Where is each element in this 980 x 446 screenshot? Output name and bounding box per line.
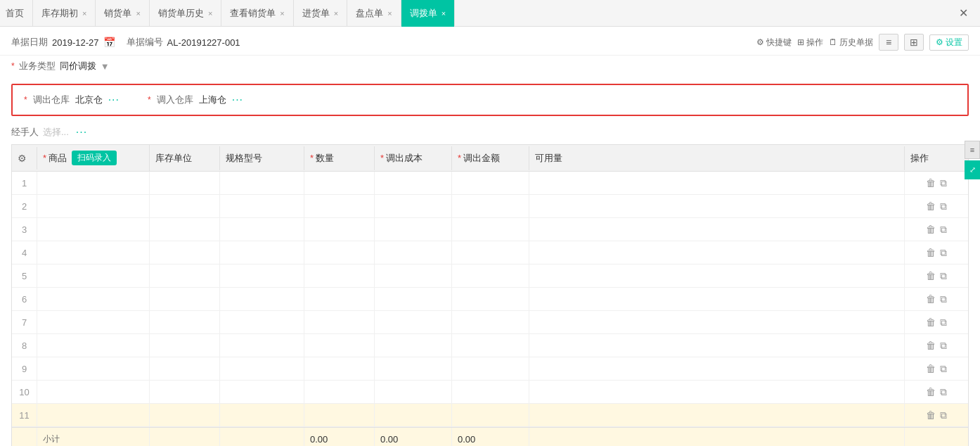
row-3-amount[interactable] — [452, 218, 529, 241]
delete-icon-11[interactable]: 🗑 — [926, 409, 936, 421]
copy-icon-10[interactable]: ⧉ — [940, 386, 947, 398]
copy-icon-1[interactable]: ⧉ — [940, 177, 947, 189]
row-9-qty[interactable] — [304, 357, 375, 380]
row-8-product[interactable] — [37, 334, 150, 357]
copy-icon-3[interactable]: ⧉ — [940, 224, 947, 236]
row-8-qty[interactable] — [304, 334, 375, 357]
row-3-cost[interactable] — [375, 218, 452, 241]
row-9-product[interactable] — [37, 357, 150, 380]
delete-icon-1[interactable]: 🗑 — [926, 177, 936, 189]
row-4-cost[interactable] — [375, 241, 452, 264]
row-11-cost[interactable] — [375, 404, 452, 426]
tab-view-sales[interactable]: 查看销货单 × — [221, 0, 293, 27]
row-5-cost[interactable] — [375, 265, 452, 287]
copy-icon-9[interactable]: ⧉ — [940, 363, 947, 375]
delete-icon-8[interactable]: 🗑 — [926, 340, 936, 351]
row-3-product[interactable] — [37, 218, 150, 241]
tab-close-inventory-init[interactable]: × — [82, 9, 86, 18]
warehouse-in-more[interactable]: ··· — [232, 94, 243, 106]
copy-icon-11[interactable]: ⧉ — [940, 409, 947, 421]
tab-close-transfer[interactable]: × — [441, 9, 446, 18]
row-6-product[interactable] — [37, 288, 150, 310]
row-10-product[interactable] — [37, 381, 150, 403]
warehouse-in-value[interactable]: 上海仓 — [199, 94, 226, 106]
delete-icon-10[interactable]: 🗑 — [926, 386, 936, 397]
row-11-amount[interactable] — [452, 404, 529, 426]
row-11-qty[interactable] — [304, 404, 375, 426]
row-6-cost[interactable] — [375, 288, 452, 310]
row-3-qty[interactable] — [304, 218, 375, 241]
tab-purchase[interactable]: 进货单 × — [294, 0, 347, 27]
scan-input-button[interactable]: 扫码录入 — [72, 151, 117, 165]
manager-more[interactable]: ··· — [76, 126, 87, 139]
business-dropdown-arrow[interactable]: ▼ — [101, 61, 110, 72]
row-10-qty[interactable] — [304, 381, 375, 403]
row-7-amount[interactable] — [452, 311, 529, 333]
float-list-button[interactable]: ≡ — [965, 141, 980, 159]
float-expand-button[interactable]: ⤢ — [965, 160, 980, 179]
tab-inventory-init[interactable]: 库存期初 × — [33, 0, 96, 27]
row-7-qty[interactable] — [304, 311, 375, 333]
business-value[interactable]: 同价调拨 — [60, 60, 96, 72]
row-2-amount[interactable] — [452, 195, 529, 217]
row-1-amount[interactable] — [452, 172, 529, 194]
row-4-product[interactable] — [37, 241, 150, 264]
row-2-cost[interactable] — [375, 195, 452, 217]
row-11-product[interactable] — [37, 404, 150, 426]
copy-icon-2[interactable]: ⧉ — [940, 200, 947, 212]
shortcut-button[interactable]: ⚙ 快捷键 — [756, 37, 792, 49]
row-5-qty[interactable] — [304, 265, 375, 287]
row-6-qty[interactable] — [304, 288, 375, 310]
copy-icon-6[interactable]: ⧉ — [940, 293, 947, 305]
delete-icon-2[interactable]: 🗑 — [926, 200, 936, 212]
row-8-cost[interactable] — [375, 334, 452, 357]
tab-close-purchase[interactable]: × — [334, 9, 338, 18]
delete-icon-7[interactable]: 🗑 — [926, 317, 936, 328]
row-2-qty[interactable] — [304, 195, 375, 217]
grid-view-button[interactable]: ⊞ — [904, 34, 924, 51]
row-9-amount[interactable] — [452, 357, 529, 380]
history-button[interactable]: 🗒 历史单据 — [829, 37, 873, 49]
row-4-amount[interactable] — [452, 241, 529, 264]
row-1-cost[interactable] — [375, 172, 452, 194]
delete-icon-4[interactable]: 🗑 — [926, 247, 936, 258]
tab-home[interactable]: 首页 — [6, 0, 33, 27]
row-4-qty[interactable] — [304, 241, 375, 264]
row-8-amount[interactable] — [452, 334, 529, 357]
row-5-amount[interactable] — [452, 265, 529, 287]
row-10-amount[interactable] — [452, 381, 529, 403]
copy-icon-7[interactable]: ⧉ — [940, 317, 947, 329]
row-1-product[interactable] — [37, 172, 150, 194]
tab-transfer[interactable]: 调拨单 × — [401, 0, 455, 27]
tab-sales-history[interactable]: 销货单历史 × — [150, 0, 221, 27]
delete-icon-3[interactable]: 🗑 — [926, 224, 936, 235]
operation-button[interactable]: ⊞ 操作 — [797, 37, 823, 49]
tab-close-sales-history[interactable]: × — [208, 9, 212, 18]
copy-icon-4[interactable]: ⧉ — [940, 247, 947, 259]
gear-icon[interactable]: ⚙ — [18, 153, 27, 164]
row-9-cost[interactable] — [375, 357, 452, 380]
window-close-button[interactable]: ✕ — [952, 2, 974, 25]
copy-icon-8[interactable]: ⧉ — [940, 340, 947, 352]
delete-icon-5[interactable]: 🗑 — [926, 270, 936, 281]
tab-close-sales[interactable]: × — [136, 9, 140, 18]
row-10-cost[interactable] — [375, 381, 452, 403]
manager-select[interactable]: 选择... — [43, 126, 69, 139]
warehouse-out-value[interactable]: 北京仓 — [75, 94, 103, 106]
list-view-button[interactable]: ≡ — [879, 34, 898, 51]
tab-sales[interactable]: 销货单 × — [96, 0, 149, 27]
warehouse-out-more[interactable]: ··· — [108, 94, 120, 106]
tab-close-stocktake[interactable]: × — [387, 9, 392, 18]
calendar-icon[interactable]: 📅 — [103, 37, 115, 48]
row-7-cost[interactable] — [375, 311, 452, 333]
delete-icon-6[interactable]: 🗑 — [926, 293, 936, 305]
row-5-product[interactable] — [37, 265, 150, 287]
tab-close-view-sales[interactable]: × — [280, 9, 284, 18]
row-6-amount[interactable] — [452, 288, 529, 310]
th-settings[interactable]: ⚙ — [12, 147, 37, 170]
copy-icon-5[interactable]: ⧉ — [940, 270, 947, 282]
row-2-product[interactable] — [37, 195, 150, 217]
settings-button[interactable]: ⚙ 设置 — [929, 34, 969, 51]
row-1-qty[interactable] — [304, 172, 375, 194]
delete-icon-9[interactable]: 🗑 — [926, 363, 936, 374]
